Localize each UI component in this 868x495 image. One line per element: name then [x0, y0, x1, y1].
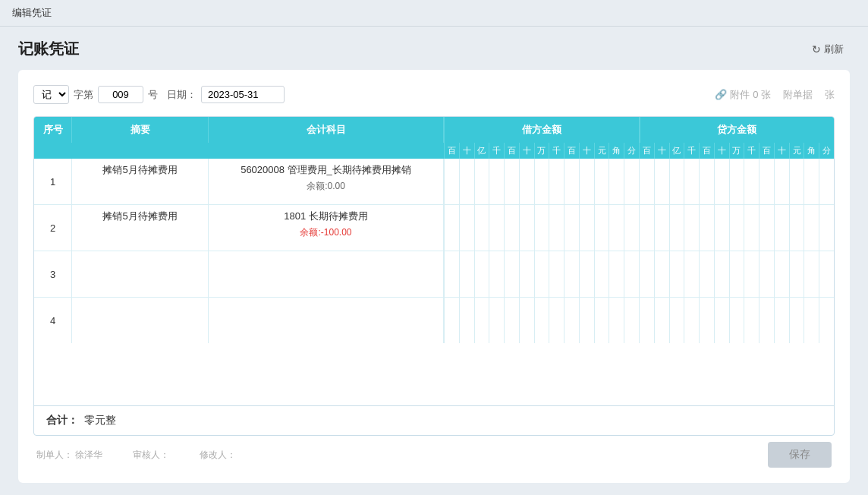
row1-credit-13[interactable]: [819, 159, 834, 204]
row2-debit-6[interactable]: [520, 205, 535, 251]
row2-credit-4[interactable]: [684, 205, 700, 251]
row2-debit-2[interactable]: [460, 205, 475, 251]
row1-summary[interactable]: 摊销5月待摊费用: [72, 159, 209, 204]
row3-credit-10[interactable]: [775, 251, 790, 297]
row2-credit-8[interactable]: [744, 205, 760, 251]
row4-debit-13[interactable]: [624, 298, 639, 343]
row2-credit-10[interactable]: [775, 205, 790, 251]
fudanju-label[interactable]: 附单据: [783, 88, 813, 102]
row1-debit-8[interactable]: [549, 159, 565, 204]
row1-credit-9[interactable]: [760, 159, 775, 204]
row2-credit-9[interactable]: [760, 205, 775, 251]
row4-credit-4[interactable]: [684, 298, 700, 343]
row4-debit-10[interactable]: [580, 298, 595, 343]
row4-credit-3[interactable]: [670, 298, 685, 343]
save-button[interactable]: 保存: [768, 442, 832, 468]
row1-debit-6[interactable]: [520, 159, 535, 204]
row2-credit-11[interactable]: [790, 205, 805, 251]
row4-debit-6[interactable]: [520, 298, 535, 343]
row1-account[interactable]: 56020008 管理费用_长期待摊费用摊销 余额:0.00: [209, 159, 444, 204]
row4-credit-10[interactable]: [775, 298, 790, 343]
row3-credit-12[interactable]: [804, 251, 819, 297]
row3-debit-13[interactable]: [624, 251, 639, 297]
row2-debit-12[interactable]: [609, 205, 624, 251]
row1-debit-13[interactable]: [624, 159, 639, 204]
row3-debit-11[interactable]: [595, 251, 610, 297]
row3-debit-12[interactable]: [609, 251, 624, 297]
row3-debit-6[interactable]: [520, 251, 535, 297]
row1-credit-1[interactable]: [640, 159, 655, 204]
row1-credit-11[interactable]: [790, 159, 805, 204]
row2-debit-13[interactable]: [624, 205, 639, 251]
row4-credit-13[interactable]: [819, 298, 834, 343]
row4-debit-2[interactable]: [460, 298, 475, 343]
date-input[interactable]: [201, 86, 285, 103]
row2-account[interactable]: 1801 长期待摊费用 余额:-100.00: [209, 205, 444, 251]
row3-summary[interactable]: [72, 251, 209, 297]
row2-summary[interactable]: 摊销5月待摊费用: [72, 205, 209, 251]
row3-credit-3[interactable]: [670, 251, 685, 297]
row1-credit-7[interactable]: [730, 159, 745, 204]
row1-credit-6[interactable]: [715, 159, 730, 204]
row2-debit-4[interactable]: [489, 205, 505, 251]
row4-debit-8[interactable]: [549, 298, 565, 343]
row1-debit-9[interactable]: [565, 159, 580, 204]
row2-debit-5[interactable]: [505, 205, 520, 251]
row4-debit-4[interactable]: [489, 298, 505, 343]
row4-summary[interactable]: [72, 298, 209, 343]
row1-debit-1[interactable]: [445, 159, 460, 204]
row1-credit-10[interactable]: [775, 159, 790, 204]
row1-credit-8[interactable]: [744, 159, 760, 204]
row4-credit-6[interactable]: [715, 298, 730, 343]
row2-debit-7[interactable]: [535, 205, 550, 251]
row1-debit-5[interactable]: [505, 159, 520, 204]
row4-credit-2[interactable]: [655, 298, 670, 343]
row3-credit-9[interactable]: [760, 251, 775, 297]
row1-debit-2[interactable]: [460, 159, 475, 204]
row2-credit-6[interactable]: [715, 205, 730, 251]
row4-credit-8[interactable]: [744, 298, 760, 343]
row4-debit-5[interactable]: [505, 298, 520, 343]
row3-debit-4[interactable]: [489, 251, 505, 297]
row2-debit-10[interactable]: [580, 205, 595, 251]
row3-debit-8[interactable]: [549, 251, 565, 297]
row3-credit-5[interactable]: [700, 251, 715, 297]
row2-debit-9[interactable]: [565, 205, 580, 251]
row3-credit-8[interactable]: [744, 251, 760, 297]
row4-credit-1[interactable]: [640, 298, 655, 343]
row4-debit-11[interactable]: [595, 298, 610, 343]
refresh-button[interactable]: ↻ 刷新: [806, 39, 850, 59]
row3-debit-9[interactable]: [565, 251, 580, 297]
row2-debit-1[interactable]: [445, 205, 460, 251]
row3-credit-2[interactable]: [655, 251, 670, 297]
row1-debit-3[interactable]: [475, 159, 490, 204]
row4-account[interactable]: [209, 298, 444, 343]
row3-debit-10[interactable]: [580, 251, 595, 297]
row2-debit-8[interactable]: [549, 205, 565, 251]
row2-debit-3[interactable]: [475, 205, 490, 251]
row2-credit-3[interactable]: [670, 205, 685, 251]
row1-credit-5[interactable]: [700, 159, 715, 204]
row1-debit-4[interactable]: [489, 159, 505, 204]
row3-debit-3[interactable]: [475, 251, 490, 297]
row1-credit-4[interactable]: [684, 159, 700, 204]
number-input[interactable]: [98, 86, 143, 103]
row1-credit-3[interactable]: [670, 159, 685, 204]
row1-debit-11[interactable]: [595, 159, 610, 204]
row3-credit-7[interactable]: [730, 251, 745, 297]
row4-debit-9[interactable]: [565, 298, 580, 343]
row2-credit-12[interactable]: [804, 205, 819, 251]
row2-credit-13[interactable]: [819, 205, 834, 251]
row3-debit-1[interactable]: [445, 251, 460, 297]
row3-credit-11[interactable]: [790, 251, 805, 297]
row2-credit-5[interactable]: [700, 205, 715, 251]
row1-debit-7[interactable]: [535, 159, 550, 204]
row3-credit-6[interactable]: [715, 251, 730, 297]
row3-account[interactable]: [209, 251, 444, 297]
row3-debit-5[interactable]: [505, 251, 520, 297]
row3-debit-2[interactable]: [460, 251, 475, 297]
row4-debit-7[interactable]: [535, 298, 550, 343]
row4-credit-12[interactable]: [804, 298, 819, 343]
row1-credit-2[interactable]: [655, 159, 670, 204]
row1-credit-12[interactable]: [804, 159, 819, 204]
